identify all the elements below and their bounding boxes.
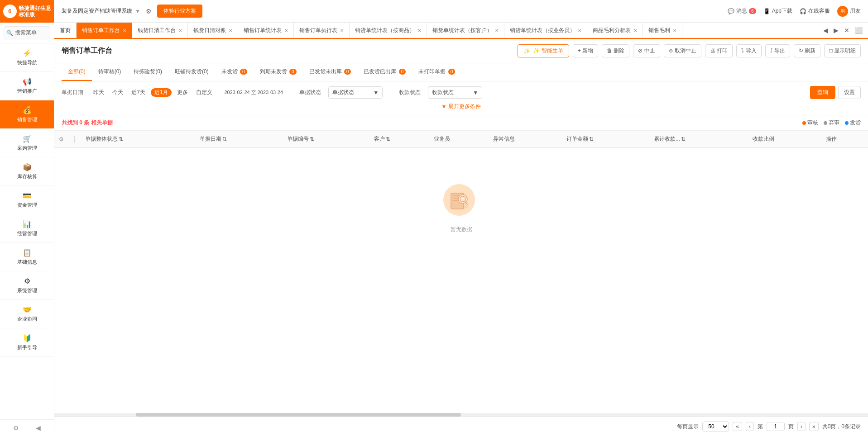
sidebar-item-enterprise[interactable]: 🤝 企业协同 (0, 300, 54, 328)
tab-sales-stats-customer[interactable]: 销货单统计表（按客户） ✕ (427, 23, 504, 38)
tab-sales-order-workbench[interactable]: 销售订单工作台 ✕ (77, 23, 132, 38)
tab-cash-daily[interactable]: 钱货日清工作台 ✕ (132, 23, 188, 38)
last-page-button[interactable]: » (809, 422, 819, 431)
collapse-sidebar-button[interactable]: ◀ (36, 424, 41, 431)
sidebar-item-system[interactable]: ⚙ 系统管理 (0, 271, 54, 300)
refresh-button[interactable]: ↻ 刷新 (794, 44, 820, 57)
topbar-settings-icon[interactable]: ⚙ (146, 8, 152, 15)
anti-review-action[interactable]: 弃审 (824, 119, 839, 127)
expand-more-conditions-button[interactable]: ▼ 展开更多条件 (441, 103, 481, 110)
tab-sales-order-close[interactable]: ✕ (123, 28, 126, 33)
ship-action[interactable]: 发货 (845, 119, 861, 127)
tab-cash-reconcile[interactable]: 钱货日清对账 ✕ (188, 23, 238, 38)
sidebar-item-quick-nav[interactable]: ⚡ 快捷导航 (0, 43, 54, 72)
sort-status[interactable]: 单据整体状态 ⇅ (85, 135, 192, 143)
select-all-checkbox[interactable] (74, 136, 75, 143)
horizontal-scrollbar[interactable] (54, 413, 868, 417)
page-number-input[interactable] (767, 422, 785, 431)
sub-tab-all[interactable]: 全部(0) (62, 63, 92, 81)
settings-bottom-button[interactable]: ⚙ (13, 424, 19, 431)
date-custom[interactable]: 自定义 (193, 88, 215, 97)
tab-sales-stats-staff-close[interactable]: ✕ (578, 28, 581, 33)
tab-sales-stats-product-close[interactable]: ✕ (417, 28, 421, 33)
date-yesterday[interactable]: 昨天 (91, 88, 107, 97)
settings-button[interactable]: 设置 (838, 86, 861, 99)
th-checkbox[interactable] (68, 131, 82, 148)
sort-customer[interactable]: 客户 ⇅ (374, 135, 427, 143)
online-service-button[interactable]: 🎧 在线客服 (800, 7, 830, 15)
date-more[interactable]: 更多 (174, 88, 191, 97)
tab-sales-stats-close[interactable]: ✕ (284, 28, 288, 33)
scrollbar-thumb[interactable] (136, 413, 461, 417)
review-action[interactable]: 审核 (802, 119, 818, 127)
search-menu-button[interactable]: 🔍 搜索菜单 (4, 26, 50, 39)
sub-tab-shipped-out[interactable]: 已发货已出库 0 (357, 63, 412, 81)
import-button[interactable]: ⤵ 导入 (736, 44, 761, 57)
sidebar-item-sales[interactable]: 💰 销售管理 (0, 100, 54, 129)
next-page-button[interactable]: › (797, 422, 806, 431)
th-number: 单据编号 ⇅ (283, 131, 370, 148)
sidebar-item-operation[interactable]: 📊 经营管理 (0, 214, 54, 243)
sidebar-item-marketing[interactable]: 📢 营销推广 (0, 72, 54, 100)
tab-sales-stats-customer-close[interactable]: ✕ (495, 28, 499, 33)
ai-generate-button[interactable]: ✨ ✨ 智能生单 (518, 44, 569, 57)
pagination: 每页显示 50 10 20 100 « ‹ 第 页 › » 共0页，0条记录 (54, 417, 868, 436)
tab-close-all-button[interactable]: ✕ (842, 26, 851, 35)
sub-tab-expired-ship[interactable]: 到期未发货 0 (254, 63, 303, 81)
tab-maximize-button[interactable]: ⬜ (853, 26, 864, 35)
print-button[interactable]: 🖨 打印 (705, 44, 733, 57)
tab-home[interactable]: 首页 (54, 23, 77, 38)
sort-number[interactable]: 单据编号 ⇅ (287, 135, 367, 143)
page-size-select[interactable]: 50 10 20 100 (702, 422, 729, 431)
tab-cash-reconcile-close[interactable]: ✕ (229, 28, 232, 33)
sidebar-item-inventory[interactable]: 📦 库存核算 (0, 157, 54, 186)
payment-filter-select[interactable]: 收款状态 ▼ (428, 86, 482, 99)
column-settings-icon[interactable]: ⚙ (59, 136, 64, 142)
sidebar-item-purchase[interactable]: 🛒 采购管理 (0, 129, 54, 157)
sidebar-item-guide[interactable]: 🔰 新手引导 (0, 328, 54, 357)
status-filter-select[interactable]: 单据状态 ▼ (328, 86, 383, 99)
export-button[interactable]: ⤴ 导出 (765, 44, 790, 57)
delete-button[interactable]: 🗑 删除 (602, 44, 629, 57)
th-settings[interactable]: ⚙ (54, 131, 68, 148)
date-today[interactable]: 今天 (110, 88, 126, 97)
tab-cash-daily-close[interactable]: ✕ (178, 28, 182, 33)
sub-tab-not-printed[interactable]: 未打印单据 0 (412, 63, 461, 81)
tab-sales-stats-product[interactable]: 销货单统计表（按商品） ✕ (350, 23, 427, 38)
user-menu[interactable]: 用 用友 (837, 6, 861, 17)
table-toolbar: 共找到 0 条 相关单据 审核 弃审 发货 (54, 115, 868, 131)
add-button[interactable]: + 新增 (573, 44, 598, 57)
tab-product-margin[interactable]: 商品毛利分析表 ✕ (587, 23, 643, 38)
sub-tab-pending-review[interactable]: 待审核(0) (92, 63, 128, 81)
tab-sales-profit-close[interactable]: ✕ (673, 28, 676, 33)
tab-sales-order-exec[interactable]: 销售订单执行表 ✕ (294, 23, 350, 38)
sort-amount[interactable]: 订单金额 ⇅ (566, 135, 646, 143)
tab-sales-order-stats[interactable]: 销售订单统计表 ✕ (238, 23, 294, 38)
cancel-stop-button[interactable]: ⊙ 取消中止 (664, 44, 701, 57)
industry-solution-button[interactable]: 体验行业方案 (157, 5, 202, 18)
tab-sales-profit[interactable]: 销售毛利 ✕ (643, 23, 682, 38)
stop-button[interactable]: ⊘ 中止 (633, 44, 660, 57)
tab-next-button[interactable]: ▶ (832, 26, 840, 35)
tab-sales-stats-staff[interactable]: 销货单统计表（按业务员） ✕ (504, 23, 587, 38)
date-1month[interactable]: 近1月 (151, 88, 172, 97)
query-button[interactable]: 查询 (810, 86, 835, 99)
message-button[interactable]: 💬 消息 6 (728, 7, 756, 15)
sidebar-item-finance[interactable]: 💳 资金管理 (0, 186, 54, 214)
sort-collected[interactable]: 累计收款... ⇅ (654, 135, 745, 143)
tab-product-margin-close[interactable]: ✕ (633, 28, 637, 33)
detail-toggle-button[interactable]: □ 显示明细 (824, 44, 861, 57)
sub-tab-pending-check[interactable]: 待拣验货(0) (127, 63, 168, 81)
app-download-button[interactable]: 📱 App下载 (763, 7, 792, 15)
tab-sales-exec-close[interactable]: ✕ (340, 28, 344, 33)
first-page-button[interactable]: « (733, 422, 742, 431)
tab-prev-button[interactable]: ◀ (821, 26, 830, 35)
sub-tab-not-shipped[interactable]: 未发货 0 (215, 63, 254, 81)
sort-date[interactable]: 单据日期 ⇅ (200, 135, 279, 143)
sidebar-item-basic[interactable]: 📋 基础信息 (0, 243, 54, 271)
prev-page-button[interactable]: ‹ (746, 422, 754, 431)
sub-tab-wangpu-ship[interactable]: 旺铺待发货(0) (168, 63, 215, 81)
anti-review-dot (824, 121, 827, 125)
date-7days[interactable]: 近7天 (129, 88, 148, 97)
sub-tab-shipped-not-out[interactable]: 已发货未出库 0 (303, 63, 358, 81)
